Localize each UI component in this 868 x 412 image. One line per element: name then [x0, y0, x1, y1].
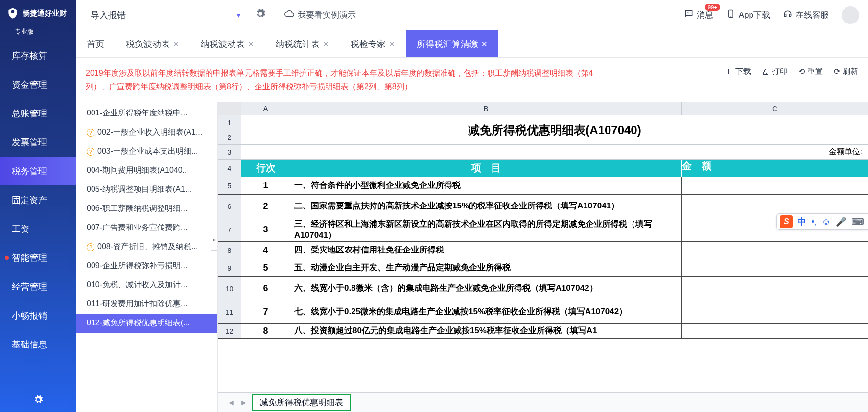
close-icon[interactable]: ✕	[323, 40, 329, 48]
cell-item[interactable]: 六、线宽小于0.8微米（含）的集成电路生产企业减免企业所得税（填写A107042…	[290, 277, 682, 300]
cell-index[interactable]: 3	[241, 218, 290, 241]
ime-emoji-icon[interactable]: ☺	[822, 217, 831, 227]
sheet-prev-icon[interactable]: ◄	[227, 398, 235, 407]
cell-item[interactable]: 七、线宽小于0.25微米的集成电路生产企业减按15%税率征收企业所得税（填写A1…	[290, 300, 682, 323]
cell-amount[interactable]	[682, 177, 868, 194]
cell-index[interactable]: 2	[241, 195, 290, 218]
cell-index[interactable]: 7	[241, 300, 290, 323]
download-button[interactable]: ⭳下载	[725, 67, 751, 77]
row-num[interactable]: 6	[218, 195, 241, 218]
col-header-a[interactable]: A	[241, 102, 290, 115]
settings-gear-icon[interactable]	[33, 395, 43, 407]
ime-mic-icon[interactable]: 🎤	[836, 216, 846, 227]
tab-0[interactable]: 首页	[76, 30, 115, 57]
cell-item[interactable]: 三、经济特区和上海浦东新区新设立的高新技术企业在区内取得的所得定期减免企业所得税…	[290, 218, 682, 241]
select-all-corner[interactable]	[218, 102, 241, 115]
cell-index[interactable]: 8	[241, 324, 290, 338]
tab-5[interactable]: 所得税汇算清缴✕	[406, 30, 498, 57]
messages-button[interactable]: 消息 99+	[684, 9, 713, 21]
cell-item[interactable]: 二、国家需要重点扶持的高新技术企业减按15%的税率征收企业所得税（填写A1070…	[290, 195, 682, 218]
ime-lang[interactable]: 中	[798, 216, 806, 228]
cloud-icon	[284, 8, 295, 22]
demo-link[interactable]: 我要看实例演示	[284, 8, 356, 22]
close-icon[interactable]: ✕	[389, 40, 395, 48]
print-button[interactable]: 🖨打印	[762, 67, 788, 77]
collapse-handle[interactable]: «	[211, 229, 218, 251]
row-num[interactable]: 7	[218, 218, 241, 241]
nav-item-1[interactable]: 资金管理	[0, 70, 76, 99]
cell-amount[interactable]	[682, 242, 868, 259]
row-num[interactable]: 9	[218, 259, 241, 276]
row-num[interactable]: 3	[218, 145, 241, 159]
avatar[interactable]	[842, 6, 859, 24]
form-item-10[interactable]: 011-研发费用加计扣除优惠...	[76, 295, 217, 314]
tab-2[interactable]: 纳税波动表✕	[190, 30, 265, 57]
sheet-next-icon[interactable]: ►	[239, 398, 248, 407]
sheet-tab[interactable]: 减免所得税优惠明细表	[252, 394, 351, 411]
form-item-6[interactable]: 007-广告费和业务宣传费跨...	[76, 218, 217, 237]
nav-item-2[interactable]: 总账管理	[0, 99, 76, 128]
row-num[interactable]: 10	[218, 277, 241, 300]
ime-toolbar[interactable]: S 中 •, ☺ 🎤 ⌨	[776, 213, 868, 230]
close-icon[interactable]: ✕	[481, 40, 488, 48]
form-item-0[interactable]: 001-企业所得税年度纳税申...	[76, 104, 217, 123]
nav-item-10[interactable]: 基础信息	[0, 330, 76, 359]
form-item-8[interactable]: 009-企业所得税弥补亏损明...	[76, 256, 217, 275]
tab-1[interactable]: 税负波动表✕	[115, 30, 190, 57]
form-item-4[interactable]: 005-纳税调整项目明细表(A1...	[76, 180, 217, 199]
row-num[interactable]: 8	[218, 242, 241, 259]
nav-item-0[interactable]: 库存核算	[0, 41, 76, 70]
reset-button[interactable]: ⟲重置	[798, 67, 823, 77]
refresh-button[interactable]: ⟳刷新	[834, 67, 858, 77]
form-item-7[interactable]: ?008-资产折旧、摊销及纳税...	[76, 237, 217, 256]
row-num[interactable]: 12	[218, 324, 241, 338]
close-icon[interactable]: ✕	[248, 40, 254, 48]
download-icon: ⭳	[725, 68, 733, 76]
col-header-c[interactable]: C	[682, 102, 868, 115]
form-item-1[interactable]: ?002-一般企业收入明细表(A1...	[76, 123, 217, 142]
form-item-9[interactable]: 010-免税、减计收入及加计...	[76, 275, 217, 295]
cell-amount[interactable]	[682, 259, 868, 276]
row-num[interactable]: 1	[218, 115, 241, 130]
cell-item[interactable]: 五、动漫企业自主开发、生产动漫产品定期减免企业所得税	[290, 259, 682, 276]
form-item-3[interactable]: 004-期间费用明细表(A1040...	[76, 161, 217, 180]
brand-logo-icon	[6, 6, 20, 20]
nav-label: 资金管理	[12, 79, 47, 91]
cell-item[interactable]: 四、受灾地区农村信用社免征企业所得税	[290, 242, 682, 259]
cell-item[interactable]: 一、符合条件的小型微利企业减免企业所得税	[290, 177, 682, 194]
nav-item-4[interactable]: 税务管理	[0, 157, 76, 185]
cell-amount[interactable]	[682, 300, 868, 323]
row-num[interactable]: 11	[218, 300, 241, 323]
row-num[interactable]: 5	[218, 177, 241, 194]
row-num[interactable]: 4	[218, 160, 241, 177]
nav-item-8[interactable]: 经营管理	[0, 272, 76, 301]
col-header-b[interactable]: B	[290, 102, 682, 115]
form-item-11[interactable]: 012-减免所得税优惠明细表(...	[76, 314, 217, 333]
nav-item-7[interactable]: 智能管理	[0, 243, 76, 272]
cell-index[interactable]: 5	[241, 259, 290, 276]
close-icon[interactable]: ✕	[173, 40, 179, 48]
cell-item[interactable]: 八、投资额超过80亿元的集成电路生产企业减按15%税率征收企业所得税（填写A1	[290, 324, 682, 338]
app-download-button[interactable]: App下载	[726, 9, 770, 21]
nav-item-5[interactable]: 固定资产	[0, 185, 76, 214]
cell-amount[interactable]	[682, 277, 868, 300]
ime-punct-icon[interactable]: •,	[811, 217, 817, 227]
form-item-label: 012-减免所得税优惠明细表(...	[87, 318, 190, 328]
search-select[interactable]: 导入报错 ▾	[85, 6, 246, 24]
tab-4[interactable]: 税检专家✕	[340, 30, 406, 57]
cell-index[interactable]: 6	[241, 277, 290, 300]
cell-amount[interactable]	[682, 324, 868, 338]
cell-index[interactable]: 1	[241, 177, 290, 194]
nav-item-9[interactable]: 小畅报销	[0, 301, 76, 330]
nav-item-6[interactable]: 工资	[0, 214, 76, 243]
form-item-5[interactable]: 006-职工薪酬纳税调整明细...	[76, 199, 217, 218]
config-gear-icon[interactable]	[255, 8, 266, 22]
online-service-button[interactable]: 在线客服	[783, 9, 829, 21]
tab-3[interactable]: 纳税统计表✕	[265, 30, 340, 57]
cell-index[interactable]: 4	[241, 242, 290, 259]
ime-keyboard-icon[interactable]: ⌨	[851, 216, 864, 227]
svg-point-0	[687, 13, 688, 14]
row-num[interactable]: 2	[218, 130, 241, 144]
nav-item-3[interactable]: 发票管理	[0, 128, 76, 157]
form-item-2[interactable]: ?003-一般企业成本支出明细...	[76, 142, 217, 161]
